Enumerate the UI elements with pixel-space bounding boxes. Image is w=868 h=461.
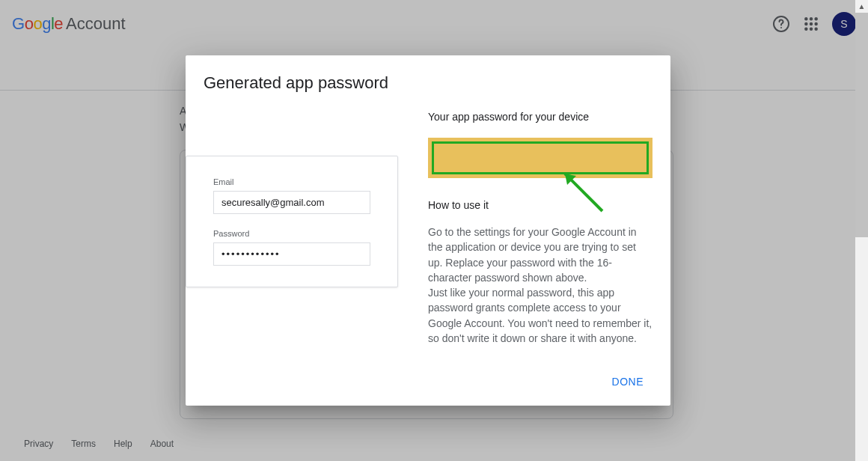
password-input[interactable]: •••••••••••• [213, 242, 370, 266]
generated-password-box[interactable] [428, 138, 652, 178]
email-input[interactable] [213, 191, 370, 214]
modal-left-column: Email Password •••••••••••• [204, 111, 398, 346]
generated-password-highlight [432, 141, 649, 174]
vertical-scrollbar[interactable]: ▲ [855, 0, 868, 461]
svg-marker-12 [565, 174, 576, 185]
scroll-up-arrow-icon[interactable]: ▲ [855, 0, 868, 13]
howto-instructions: Go to the settings for your Google Accou… [428, 225, 652, 346]
device-password-heading: Your app password for your device [428, 111, 652, 123]
done-button[interactable]: DONE [612, 376, 644, 388]
scroll-thumb[interactable] [855, 13, 868, 237]
password-label: Password [213, 229, 370, 238]
credentials-card: Email Password •••••••••••• [186, 156, 398, 287]
modal-title: Generated app password [204, 73, 652, 93]
email-label: Email [213, 177, 370, 186]
howto-heading: How to use it [428, 199, 652, 211]
app-password-modal: Generated app password Email Password ••… [186, 55, 670, 406]
modal-right-column: Your app password for your device How to… [428, 111, 652, 346]
